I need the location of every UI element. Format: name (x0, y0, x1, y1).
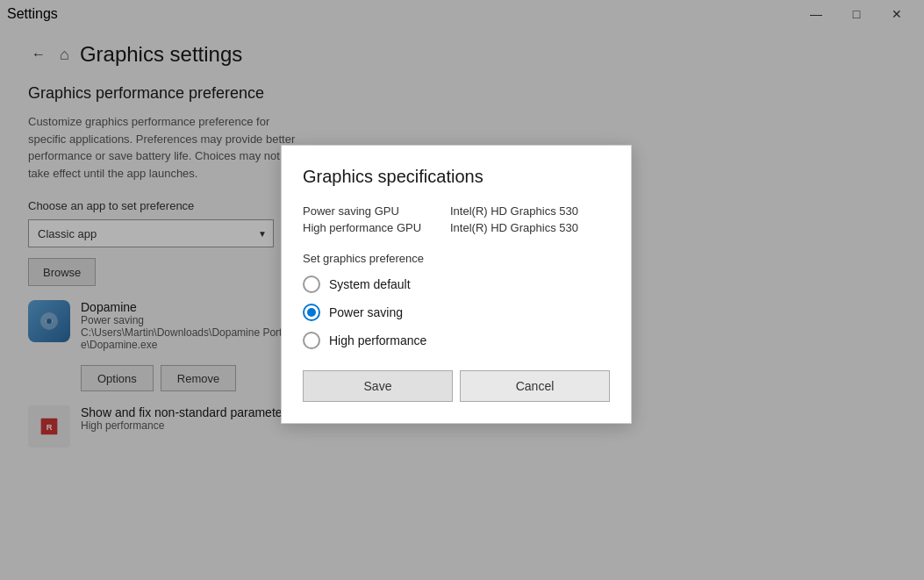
gpu-label-high-performance: High performance GPU (303, 221, 443, 234)
radio-label-high-performance: High performance (329, 333, 426, 347)
dialog-title: Graphics specifications (303, 167, 610, 187)
radio-option-power-saving[interactable]: Power saving (303, 304, 610, 321)
cancel-button[interactable]: Cancel (460, 370, 610, 402)
radio-circle-high-performance (303, 332, 320, 349)
radio-option-system-default[interactable]: System default (303, 276, 610, 293)
gpu-info: Power saving GPU Intel(R) HD Graphics 53… (303, 204, 610, 234)
gpu-value-high-performance: Intel(R) HD Graphics 530 (450, 221, 578, 234)
gpu-value-power-saving: Intel(R) HD Graphics 530 (450, 204, 578, 218)
set-preference-label: Set graphics preference (303, 252, 610, 265)
radio-circle-system-default (303, 276, 320, 293)
gpu-row-power-saving: Power saving GPU Intel(R) HD Graphics 53… (303, 204, 610, 218)
radio-label-power-saving: Power saving (329, 305, 403, 319)
save-button[interactable]: Save (303, 370, 453, 402)
graphics-preference-radio-group: System default Power saving High perform… (303, 276, 610, 349)
gpu-label-power-saving: Power saving GPU (303, 204, 443, 218)
radio-option-high-performance[interactable]: High performance (303, 332, 610, 349)
gpu-row-high-performance: High performance GPU Intel(R) HD Graphic… (303, 221, 610, 234)
dialog-buttons: Save Cancel (303, 370, 610, 402)
radio-circle-power-saving (303, 304, 320, 321)
graphics-specifications-dialog: Graphics specifications Power saving GPU… (281, 145, 632, 424)
radio-label-system-default: System default (329, 277, 411, 291)
